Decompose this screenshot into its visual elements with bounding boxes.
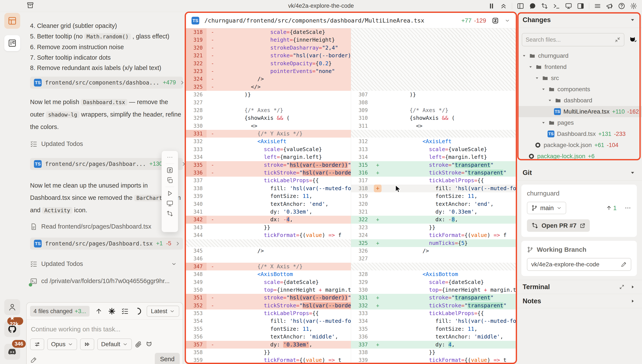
compare-icon[interactable] bbox=[166, 210, 174, 217]
terminal-command-row[interactable]: cd /private/var/folders/10/h7w0q46556ggr… bbox=[30, 277, 182, 286]
collapse-diff-icon[interactable] bbox=[505, 18, 510, 24]
diff-row[interactable]: 355 fontSize: 11,335 fontSize: 11, bbox=[186, 325, 516, 333]
run-icon[interactable] bbox=[166, 190, 174, 197]
diff-row[interactable]: 335- stroke="hsl(var(--border))"315+ str… bbox=[186, 161, 516, 169]
tree-item-pages[interactable]: pages bbox=[516, 117, 642, 128]
diff-row[interactable]: 337 tickLabelProps={{317 tickLabelProps=… bbox=[186, 177, 516, 184]
copy-icon[interactable] bbox=[166, 177, 174, 184]
diff-row[interactable]: 352- tickStroke="hsl(var(--border))"332+… bbox=[186, 302, 516, 310]
gear-icon[interactable] bbox=[630, 2, 637, 10]
diff-row[interactable]: 348 <AxisBottom328 <AxisBottom bbox=[186, 270, 516, 278]
file-change-chip[interactable]: TSfrontend/src/pages/Dashboard.tsx+1-5 bbox=[30, 238, 183, 250]
chat-bubble-icon[interactable] bbox=[529, 2, 536, 10]
tree-item-MultiLineArea.tsx[interactable]: TSMultiLineArea.tsx+110-162 bbox=[516, 106, 642, 117]
todos-icon[interactable] bbox=[121, 308, 129, 315]
diff-row[interactable]: 327308 bbox=[186, 99, 516, 106]
updated-todos-row[interactable]: Updated Todos bbox=[30, 140, 182, 148]
git-more-icon[interactable] bbox=[624, 204, 631, 212]
diff-row[interactable]: 322- strokeOpacity={0.2} bbox=[186, 60, 516, 68]
diff-row[interactable]: 346327 bbox=[186, 255, 516, 262]
diff-row[interactable]: 345 />326 /> bbox=[186, 247, 516, 255]
diff-row[interactable]: 357- dy: '0.33em',337+ dy: 4, bbox=[186, 341, 516, 348]
diff-row[interactable]: 326 )}307 )} bbox=[186, 91, 516, 98]
mode-dropdown[interactable]: Default bbox=[97, 338, 132, 350]
search-input[interactable] bbox=[526, 36, 614, 43]
terminal-section-header[interactable]: Terminal bbox=[516, 280, 642, 294]
diff-row[interactable]: 343 }}323 }} bbox=[186, 224, 516, 231]
git-compare-icon[interactable] bbox=[541, 2, 548, 10]
edit-pencil-icon[interactable] bbox=[620, 261, 627, 268]
diff-row[interactable]: 319- height={innerHeight} bbox=[186, 36, 516, 44]
tree-item-package-lock.json[interactable]: package-lock.json+6 bbox=[516, 151, 642, 162]
diff-row[interactable]: 359 tickFormat={(value) => t339 tickForm… bbox=[186, 356, 516, 364]
monitor-icon[interactable] bbox=[565, 2, 572, 10]
chevron-down-icon[interactable] bbox=[171, 261, 177, 267]
diff-row[interactable]: 339 fontSize: 11,319 fontSize: 11, bbox=[186, 192, 516, 200]
diff-row[interactable]: 338 fill: 'hsl(var(--muted-foreground))'… bbox=[186, 184, 516, 192]
diff-row[interactable]: 351- stroke="hsl(var(--border))"331+ str… bbox=[186, 294, 516, 302]
chevrons-up-icon[interactable] bbox=[500, 2, 507, 10]
message-input[interactable]: Continue working on this task... bbox=[27, 320, 183, 333]
diff-row[interactable]: 324- /> bbox=[186, 75, 516, 83]
tree-item-Dashboard.tsx[interactable]: TSDashboard.tsx+131-233 bbox=[516, 128, 642, 140]
diff-row[interactable]: 328 {/* Axes */}309 {/* Axes */} bbox=[186, 106, 516, 114]
tree-item-components[interactable]: components bbox=[516, 84, 642, 95]
kitty-icon[interactable] bbox=[628, 36, 637, 44]
diff-row[interactable]: 341 dy: '0.33em',321 dy: '0.33em', bbox=[186, 208, 516, 216]
columns-icon[interactable] bbox=[517, 2, 524, 10]
diff-row[interactable]: 349 scale={dateScale}329 scale={dateScal… bbox=[186, 278, 516, 286]
add-comment-button[interactable]: + bbox=[374, 184, 382, 192]
diff-row[interactable]: 333 scale={valueScale}313 scale={valueSc… bbox=[186, 146, 516, 153]
pause-icon[interactable] bbox=[488, 2, 495, 10]
file-change-chip[interactable]: TSfrontend/src/pages/Dashboar...+130-223 bbox=[30, 158, 183, 170]
preview-icon[interactable] bbox=[166, 200, 174, 207]
send-button[interactable]: Send bbox=[155, 353, 180, 364]
notes-section-header[interactable]: Notes bbox=[516, 294, 642, 308]
menu-icon[interactable] bbox=[594, 2, 601, 10]
updated-todos-row[interactable]: Updated Todos bbox=[30, 260, 182, 268]
diff-row[interactable]: 336- tickStroke="hsl(var(--border))"316+… bbox=[186, 169, 516, 177]
burst-icon[interactable] bbox=[108, 307, 116, 315]
help-icon[interactable] bbox=[618, 2, 625, 10]
account-button[interactable] bbox=[4, 299, 20, 315]
latest-dropdown[interactable]: Latest bbox=[147, 306, 179, 317]
working-branch-input[interactable]: vk/4e2a-explore-the-code bbox=[527, 258, 631, 271]
diff-mode-icon[interactable] bbox=[492, 17, 499, 24]
terminal-icon[interactable] bbox=[553, 2, 560, 10]
cat-icon[interactable] bbox=[145, 340, 153, 348]
model-dropdown[interactable]: Opus bbox=[47, 338, 77, 350]
settings-button[interactable] bbox=[30, 338, 44, 350]
tree-item-src[interactable]: src bbox=[516, 72, 642, 84]
read-file-row[interactable]: Read frontend/src/pages/Dashboard.tsx bbox=[30, 222, 182, 231]
view-diff-icon[interactable] bbox=[166, 166, 174, 174]
diff-row[interactable]: 325+ numTicks={5} bbox=[186, 239, 516, 247]
diff-row[interactable]: 356 textAnchor: 'middle',336 textAnchor:… bbox=[186, 333, 516, 340]
branch-dropdown[interactable]: main bbox=[527, 202, 566, 214]
open-pr-button[interactable]: Open PR #7 bbox=[527, 219, 590, 232]
diff-row[interactable]: 325- </> bbox=[186, 83, 516, 91]
push-count[interactable]: 1 bbox=[606, 204, 617, 212]
workspace-tab-active[interactable] bbox=[4, 13, 20, 29]
diff-row[interactable]: 334 left={margin.left}314 left={margin.l… bbox=[186, 153, 516, 161]
collapse-tree-icon[interactable] bbox=[614, 37, 620, 43]
megaphone-icon[interactable] bbox=[606, 2, 613, 10]
diff-row[interactable]: 330 <>311 <> bbox=[186, 122, 516, 130]
fast-forward-button[interactable] bbox=[80, 338, 94, 350]
diff-row[interactable]: 320- strokeDasharray="2,4" bbox=[186, 44, 516, 52]
kanban-tab[interactable] bbox=[4, 35, 20, 51]
files-changed-chip[interactable]: 4 files changed +3... bbox=[30, 306, 90, 316]
sidebar-right-icon[interactable] bbox=[577, 2, 584, 10]
tree-item-churnguard[interactable]: churnguard bbox=[516, 50, 642, 62]
tree-item-frontend[interactable]: frontend bbox=[516, 62, 642, 72]
diff-row[interactable]: 318- scale={dateScale} bbox=[186, 28, 516, 36]
diff-row[interactable]: 332 <AxisLeft312 <AxisLeft bbox=[186, 138, 516, 145]
diff-row[interactable]: 347- {/* X Axis */} bbox=[186, 263, 516, 270]
diff-row[interactable]: 344 tickFormat={(value) => f324 tickForm… bbox=[186, 231, 516, 239]
git-section-header[interactable]: Git bbox=[516, 165, 642, 181]
tree-item-package-lock.json[interactable]: package-lock.json+61-104 bbox=[516, 140, 642, 151]
file-search-box[interactable] bbox=[522, 33, 624, 46]
changes-section-header[interactable]: Changes bbox=[516, 12, 642, 28]
diff-row[interactable]: 342- dx: -4,322+ dx: -8, bbox=[186, 216, 516, 224]
diff-row[interactable]: 329 {showAxis && (310 {showAxis && ( bbox=[186, 114, 516, 122]
diff-row[interactable]: 321- stroke="hsl(var(--border))" bbox=[186, 52, 516, 60]
